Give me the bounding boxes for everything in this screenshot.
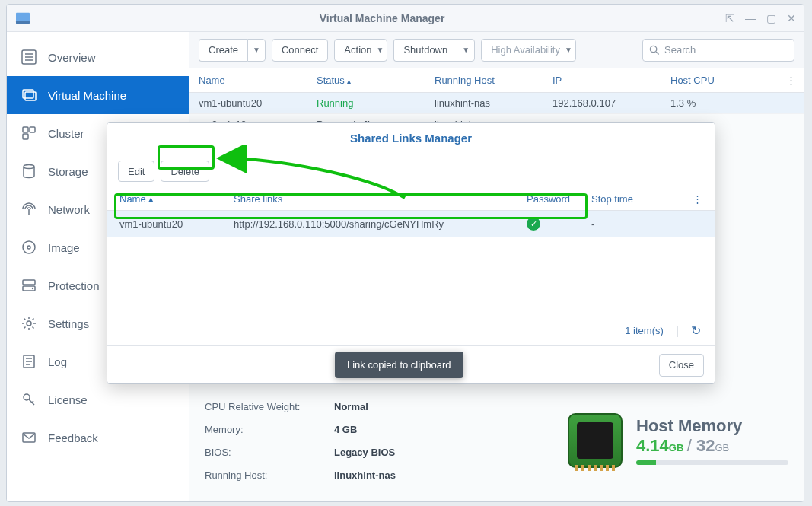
search-placeholder: Search: [664, 44, 696, 56]
image-icon: [21, 239, 37, 256]
cell-name: vm1-ubuntu20: [189, 97, 307, 109]
detail-label: BIOS:: [205, 447, 334, 458]
sidebar-item-label: Log: [48, 355, 67, 368]
storage-icon: [21, 163, 37, 180]
detail-value: linuxhint-nas: [334, 469, 396, 481]
sidebar-item-label: Storage: [48, 165, 88, 178]
host-memory-used: 4.14: [636, 436, 669, 455]
overview-icon: [21, 49, 37, 65]
cell-ip: 192.168.0.107: [543, 97, 661, 109]
svg-rect-15: [23, 280, 35, 285]
svg-point-13: [23, 241, 35, 253]
detail-label: Running Host:: [205, 469, 334, 481]
column-name[interactable]: Name: [189, 75, 307, 86]
cluster-icon: [21, 125, 37, 142]
close-button[interactable]: Close: [659, 354, 704, 377]
svg-rect-1: [16, 21, 30, 24]
memory-chip-icon: [568, 413, 623, 468]
maximize-icon[interactable]: ▢: [766, 12, 776, 24]
table-row[interactable]: vm1-ubuntu20 http://192.168.0.110:5000/s…: [107, 211, 715, 237]
svg-point-18: [27, 321, 31, 326]
window-controls: ⇱ — ▢ ✕: [725, 12, 796, 24]
connect-button[interactable]: Connect: [272, 39, 328, 62]
shared-links-modal: Shared Links Manager Edit Delete Name ▴ …: [107, 122, 715, 384]
column-status[interactable]: Status: [307, 75, 425, 86]
table-row[interactable]: vm1-ubuntu20 Running linuxhint-nas 192.1…: [189, 93, 804, 114]
cell-password: ✓: [519, 217, 584, 231]
column-ip[interactable]: IP: [543, 75, 661, 86]
detail-row: Running Host:linuxhint-nas: [205, 463, 537, 486]
svg-rect-9: [30, 127, 35, 132]
modal-toolbar: Edit Delete: [107, 154, 715, 188]
svg-point-23: [24, 394, 30, 400]
titlebar: Virtual Machine Manager ⇱ — ▢ ✕: [7, 5, 804, 32]
column-name[interactable]: Name ▴: [112, 193, 226, 205]
column-more-icon[interactable]: ⋮: [779, 75, 804, 86]
column-more-icon[interactable]: ⋮: [685, 193, 710, 205]
sidebar-item-license[interactable]: License: [7, 380, 189, 418]
sidebar-item-virtual-machine[interactable]: Virtual Machine: [7, 76, 189, 114]
cell-cpu: 1.3 %: [661, 97, 753, 109]
host-memory-widget: Host Memory 4.14GB / 32GB: [568, 395, 788, 486]
create-button-group: Create ▼: [199, 39, 266, 62]
modal-title: Shared Links Manager: [107, 123, 715, 154]
column-running-host[interactable]: Running Host: [425, 75, 543, 86]
svg-point-17: [32, 288, 33, 289]
sidebar-item-overview[interactable]: Overview: [7, 38, 189, 76]
shutdown-dropdown-button[interactable]: ▼: [457, 39, 475, 62]
button-label: Delete: [170, 166, 199, 177]
host-memory-used-unit: GB: [669, 442, 684, 453]
toolbar: Create ▼ Connect Action▼ Shutdown ▼ High…: [189, 32, 804, 68]
high-availability-button[interactable]: High Availability▼: [481, 39, 576, 62]
modal-status-row: 1 item(s) | ↻: [107, 323, 715, 345]
key-icon: [21, 391, 37, 408]
chevron-down-icon: ▼: [565, 46, 572, 54]
detail-label: CPU Relative Weight:: [205, 401, 334, 412]
vm-details: CPU Relative Weight:Normal Memory:4 GB B…: [189, 395, 804, 501]
log-icon: [21, 353, 37, 370]
shutdown-button[interactable]: Shutdown: [393, 39, 457, 62]
detail-value: Legacy BIOS: [334, 447, 395, 458]
close-icon[interactable]: ✕: [787, 12, 796, 24]
sidebar-item-feedback[interactable]: Feedback: [7, 418, 189, 457]
create-dropdown-button[interactable]: ▼: [247, 39, 266, 62]
host-memory-total-unit: GB: [715, 442, 730, 453]
sidebar-item-label: Protection: [48, 279, 100, 292]
edit-button[interactable]: Edit: [118, 161, 154, 182]
item-count: 1 item(s): [625, 325, 664, 336]
network-icon: [21, 201, 37, 218]
column-share-links[interactable]: Share links: [226, 193, 519, 205]
pin-icon[interactable]: ⇱: [725, 12, 734, 24]
button-label: Action: [344, 44, 371, 56]
chevron-down-icon: ▼: [462, 46, 470, 54]
column-stop-time[interactable]: Stop time: [584, 193, 685, 205]
delete-button[interactable]: Delete: [161, 161, 209, 182]
host-memory-sep: /: [687, 436, 696, 455]
sidebar-item-label: Cluster: [48, 127, 84, 140]
host-memory-total: 32: [696, 436, 715, 455]
column-password[interactable]: Password: [519, 193, 584, 205]
sidebar-item-label: Overview: [48, 51, 96, 64]
toast-notification: Link copied to clipboard: [335, 352, 463, 378]
svg-rect-6: [23, 90, 33, 98]
sidebar-item-label: Image: [48, 241, 80, 254]
action-button[interactable]: Action▼: [334, 39, 387, 62]
search-input[interactable]: Search: [642, 39, 794, 62]
protection-icon: [21, 277, 37, 294]
host-memory-bar: [636, 460, 788, 465]
cell-host: linuxhint-nas: [425, 97, 543, 109]
detail-row: Memory:4 GB: [205, 418, 537, 441]
refresh-icon[interactable]: ↻: [691, 323, 701, 338]
button-label: High Availability: [491, 44, 560, 56]
detail-label: Memory:: [205, 424, 334, 435]
svg-rect-0: [16, 12, 30, 21]
button-label: Shutdown: [403, 44, 447, 56]
create-button[interactable]: Create: [199, 39, 247, 62]
search-icon: [649, 45, 660, 56]
minimize-icon[interactable]: —: [745, 12, 756, 24]
column-host-cpu[interactable]: Host CPU: [661, 75, 753, 86]
svg-rect-8: [23, 127, 28, 132]
chevron-down-icon: ▼: [377, 46, 384, 54]
sidebar-item-label: License: [48, 393, 88, 406]
host-memory-bar-fill: [636, 460, 656, 465]
